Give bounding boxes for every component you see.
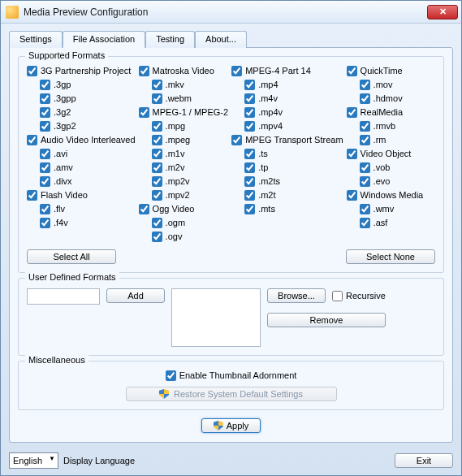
format-checkbox-input[interactable] xyxy=(360,93,370,104)
format-checkbox[interactable]: .avi xyxy=(27,148,136,160)
format-checkbox[interactable]: .flv xyxy=(27,203,136,215)
format-checkbox-input[interactable] xyxy=(360,204,370,214)
format-checkbox-input[interactable] xyxy=(152,135,162,145)
format-checkbox[interactable]: .hdmov xyxy=(347,93,435,105)
apply-button[interactable]: Apply xyxy=(201,418,261,433)
format-checkbox[interactable]: .rmvb xyxy=(347,120,435,132)
format-checkbox[interactable]: .m4v xyxy=(231,93,343,105)
remove-button[interactable]: Remove xyxy=(267,313,386,327)
format-checkbox-input[interactable] xyxy=(40,204,50,214)
tab-testing[interactable]: Testing xyxy=(145,31,195,48)
format-checkbox-input[interactable] xyxy=(347,149,357,159)
format-checkbox[interactable]: .mkv xyxy=(139,79,229,91)
format-checkbox-input[interactable] xyxy=(360,162,370,173)
format-checkbox[interactable]: MPEG-4 Part 14 xyxy=(231,65,343,77)
exit-button[interactable]: Exit xyxy=(395,453,453,468)
format-checkbox-input[interactable] xyxy=(152,121,162,132)
format-checkbox[interactable]: Matroska Video xyxy=(139,65,229,77)
format-checkbox-input[interactable] xyxy=(27,66,37,76)
format-checkbox-input[interactable] xyxy=(152,162,162,173)
enable-thumbnail-checkbox[interactable]: Enable Thumbnail Adornment xyxy=(166,370,297,382)
format-checkbox[interactable]: .ogv xyxy=(139,231,229,243)
format-checkbox[interactable]: .amv xyxy=(27,162,136,174)
browse-button[interactable]: Browse... xyxy=(267,288,326,303)
format-checkbox[interactable]: 3G Partnership Project xyxy=(27,65,136,77)
format-checkbox-input[interactable] xyxy=(231,66,242,76)
format-checkbox-input[interactable] xyxy=(152,149,162,159)
enable-thumbnail-checkbox-input[interactable] xyxy=(166,370,176,381)
recursive-checkbox-input[interactable] xyxy=(332,291,343,301)
format-checkbox[interactable]: .m2ts xyxy=(231,175,343,188)
format-checkbox[interactable]: .mp4v xyxy=(231,106,343,119)
udf-list[interactable] xyxy=(171,288,261,347)
format-checkbox[interactable]: .f4v xyxy=(27,217,136,229)
format-checkbox[interactable]: .m2t xyxy=(231,189,343,201)
format-checkbox-input[interactable] xyxy=(152,232,162,242)
format-checkbox[interactable]: Windows Media xyxy=(347,189,435,201)
format-checkbox-input[interactable] xyxy=(360,80,370,90)
format-checkbox[interactable]: .vob xyxy=(347,162,435,174)
format-checkbox-input[interactable] xyxy=(40,176,50,187)
format-checkbox-input[interactable] xyxy=(27,135,37,145)
format-checkbox[interactable]: .3gpp xyxy=(27,93,136,105)
format-checkbox[interactable]: .divx xyxy=(27,175,136,188)
format-checkbox[interactable]: .mpg xyxy=(139,120,229,132)
format-checkbox-input[interactable] xyxy=(231,135,242,145)
format-checkbox[interactable]: MPEG Transport Stream xyxy=(231,134,343,146)
tab-file-association[interactable]: File Association xyxy=(63,31,145,48)
format-checkbox[interactable]: Audio Video Interleaved xyxy=(27,134,136,146)
recursive-checkbox[interactable]: Recursive xyxy=(332,290,386,302)
add-button[interactable]: Add xyxy=(106,288,165,303)
format-checkbox[interactable]: .asf xyxy=(347,217,435,229)
format-checkbox-input[interactable] xyxy=(244,162,255,173)
select-all-button[interactable]: Select All xyxy=(27,249,116,264)
format-checkbox-input[interactable] xyxy=(152,176,162,187)
format-checkbox-input[interactable] xyxy=(27,190,37,201)
tab-about[interactable]: About... xyxy=(195,31,247,48)
format-checkbox[interactable]: .tp xyxy=(231,162,343,174)
format-checkbox-input[interactable] xyxy=(347,107,357,118)
format-checkbox-input[interactable] xyxy=(347,66,357,76)
format-checkbox-input[interactable] xyxy=(152,93,162,104)
format-checkbox[interactable]: .mpv2 xyxy=(139,189,229,201)
format-checkbox[interactable]: .mov xyxy=(347,79,435,91)
format-checkbox[interactable]: Video Object xyxy=(347,148,435,160)
format-checkbox-input[interactable] xyxy=(244,190,255,201)
format-checkbox[interactable]: .mp2v xyxy=(139,175,229,188)
format-checkbox-input[interactable] xyxy=(244,149,255,159)
tab-settings[interactable]: Settings xyxy=(9,31,63,48)
format-checkbox-input[interactable] xyxy=(360,135,370,145)
format-checkbox[interactable]: .wmv xyxy=(347,203,435,215)
close-button[interactable]: ✕ xyxy=(427,5,458,19)
format-checkbox[interactable]: .ts xyxy=(231,148,343,160)
format-checkbox-input[interactable] xyxy=(360,121,370,132)
format-checkbox[interactable]: .evo xyxy=(347,175,435,188)
format-checkbox-input[interactable] xyxy=(244,93,255,104)
format-checkbox-input[interactable] xyxy=(347,190,357,201)
format-checkbox-input[interactable] xyxy=(244,204,255,214)
format-checkbox[interactable]: .m1v xyxy=(139,148,229,160)
format-checkbox-input[interactable] xyxy=(40,121,50,132)
format-checkbox-input[interactable] xyxy=(139,66,149,76)
restore-defaults-button[interactable]: Restore System Default Settings xyxy=(126,387,337,401)
format-checkbox[interactable]: .3gp xyxy=(27,79,136,91)
format-checkbox[interactable]: Ogg Video xyxy=(139,203,229,215)
format-checkbox-input[interactable] xyxy=(152,80,162,90)
format-checkbox[interactable]: .rm xyxy=(347,134,435,146)
format-checkbox-input[interactable] xyxy=(244,80,255,90)
select-none-button[interactable]: Select None xyxy=(346,249,435,264)
format-checkbox[interactable]: RealMedia xyxy=(347,106,435,119)
format-checkbox-input[interactable] xyxy=(152,218,162,228)
format-checkbox[interactable]: .mpeg xyxy=(139,134,229,146)
format-checkbox-input[interactable] xyxy=(40,162,50,173)
format-checkbox-input[interactable] xyxy=(139,107,149,118)
format-checkbox-input[interactable] xyxy=(40,80,50,90)
format-checkbox-input[interactable] xyxy=(244,121,255,132)
format-checkbox[interactable]: .ogm xyxy=(139,217,229,229)
format-checkbox-input[interactable] xyxy=(40,149,50,159)
language-select[interactable]: English xyxy=(9,452,58,469)
format-checkbox-input[interactable] xyxy=(244,107,255,118)
format-checkbox[interactable]: .mp4 xyxy=(231,79,343,91)
format-checkbox[interactable]: .3g2 xyxy=(27,106,136,119)
format-checkbox-input[interactable] xyxy=(40,218,50,228)
